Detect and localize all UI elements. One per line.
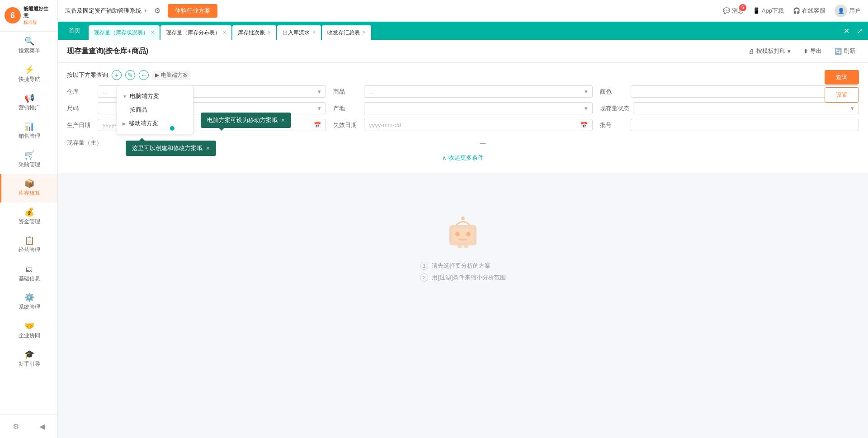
- sidebar-label-finance: 资金管理: [19, 218, 40, 226]
- refresh-btn[interactable]: 🔄 刷新: [831, 45, 859, 57]
- sidebar-item-search[interactable]: 🔍 搜索菜单: [0, 32, 57, 60]
- app-download-btn[interactable]: 📱 App下载: [753, 7, 784, 15]
- tip-2-text: 用[过滤]条件来缩小分析范围: [432, 273, 505, 282]
- stock-status-select[interactable]: ▾: [633, 102, 859, 114]
- tab-inout-flow-close[interactable]: ×: [312, 30, 316, 35]
- settings-bottom-btn[interactable]: ⚙: [11, 420, 21, 433]
- sidebar-item-enterprise[interactable]: 🤝 企业协同: [0, 316, 57, 345]
- collapse-sidebar-btn[interactable]: ◀: [38, 420, 47, 433]
- tab-inventory-dist-label: 现存量（库存分布表）: [166, 29, 220, 37]
- user-btn[interactable]: 👤 用户: [835, 5, 861, 17]
- sidebar-label-inventory: 库存核算: [19, 189, 40, 197]
- origin-label: 产地: [333, 104, 360, 113]
- edit-icon: ✎: [127, 72, 133, 78]
- collapse-up-icon: ∧: [442, 155, 447, 161]
- svg-rect-4: [458, 239, 467, 240]
- expand-btn[interactable]: ⤢: [855, 25, 864, 37]
- filter-field-color: 颜色 ▾: [600, 85, 859, 98]
- collapse-arrow-icon: ▶: [123, 121, 126, 126]
- sidebar-item-system[interactable]: ⚙️ 系统管理: [0, 288, 57, 316]
- scheme-arrow: ▶: [155, 72, 159, 78]
- sidebar-item-quicknav[interactable]: ⚡ 快捷导航: [0, 60, 57, 89]
- collapse-label: 收起更多条件: [448, 154, 484, 162]
- tab-batch-account[interactable]: 库存批次账 ×: [232, 25, 276, 40]
- sidebar-item-purchase[interactable]: 🛒 采购管理: [0, 146, 57, 174]
- exp-date-input[interactable]: yyyy-mm-dd 📅: [364, 119, 592, 131]
- tab-batch-account-close[interactable]: ×: [268, 30, 271, 35]
- tip-num-1: 1: [420, 262, 428, 270]
- filter-edit-btn[interactable]: ✎: [125, 70, 135, 80]
- content-area: 现存量查询(按仓库+商品) 🖨 按模板打印 ▾ ⬆ 导出 🔄 刷新: [58, 40, 868, 438]
- tooltip1-text: 电脑方案可设为移动方案哦: [207, 116, 278, 124]
- refresh-icon: 🔄: [835, 48, 842, 55]
- online-support-btn[interactable]: 🎧 在线客服: [793, 7, 826, 15]
- tooltip1-close-btn[interactable]: ×: [281, 117, 285, 124]
- message-btn[interactable]: 💬 消息 6: [723, 7, 744, 15]
- tab-home[interactable]: 首页: [61, 23, 88, 38]
- goods-placeholder: ...: [369, 88, 374, 95]
- app-name-text: 装备及固定资产辅助管理系统: [65, 7, 142, 15]
- size-chevron-icon: ▾: [318, 105, 321, 112]
- sidebar-item-finance[interactable]: 💰 资金管理: [0, 203, 57, 231]
- tab-inout-flow[interactable]: 出入库流水 ×: [277, 25, 321, 40]
- filter-add-btn[interactable]: +: [112, 70, 122, 80]
- tooltip2-close-btn[interactable]: ×: [206, 145, 210, 152]
- color-label: 颜色: [600, 88, 627, 96]
- tooltip-create-scheme: 这里可以创建和修改方案哦 ×: [126, 141, 216, 156]
- sidebar-item-basic[interactable]: 🗂 基础信息: [0, 259, 57, 288]
- sidebar-item-inventory[interactable]: 📦 库存核算: [0, 174, 57, 203]
- filter-field-origin: 产地 ▾: [333, 102, 592, 114]
- sidebar-item-marketing[interactable]: 📢 营销推广: [0, 89, 57, 117]
- sidebar-item-operations[interactable]: 📋 经营管理: [0, 231, 57, 259]
- sidebar-item-sales[interactable]: 📊 销售管理: [0, 117, 57, 146]
- tab-inventory-status-close[interactable]: ×: [151, 30, 154, 35]
- scheme-tree-item-sub[interactable]: 按商品: [117, 103, 193, 117]
- close-all-tabs-btn[interactable]: ✕: [842, 25, 851, 37]
- origin-select[interactable]: ▾: [364, 102, 592, 114]
- tab-summary-close[interactable]: ×: [363, 30, 366, 35]
- prod-date-calendar-icon: 📅: [314, 122, 321, 128]
- message-icon: 💬: [723, 7, 730, 14]
- sidebar-label-guide: 新手引导: [19, 360, 40, 368]
- export-btn[interactable]: ⬆ 导出: [800, 45, 826, 57]
- main-area: 装备及固定资产辅助管理系统 ▾ ⚙ 体验行业方案 💬 消息 6 📱 App下载 …: [58, 0, 868, 438]
- add-icon: +: [115, 72, 118, 78]
- filter-section: 按以下方案查询 + ✎ ← ▶ 电脑端方案: [58, 63, 868, 173]
- filter-header: 按以下方案查询 + ✎ ← ▶ 电脑端方案: [67, 70, 859, 80]
- app-name: 装备及固定资产辅助管理系统 ▾: [65, 7, 147, 15]
- empty-tip-1: 1 请先选择要分析的方案: [420, 262, 505, 270]
- finance-icon: 💰: [24, 208, 34, 216]
- sidebar-label-enterprise: 企业协同: [19, 332, 40, 339]
- trial-btn[interactable]: 体验行业方案: [168, 4, 217, 18]
- filter-field-warehouse: 仓库 ... ▾: [67, 85, 326, 98]
- marketing-icon: 📢: [24, 94, 34, 102]
- scheme-tree-item-pc[interactable]: ▼ 电脑端方案: [117, 89, 193, 103]
- print-icon: 🖨: [749, 48, 755, 55]
- tab-inventory-status[interactable]: 现存量（库存状况表） ×: [89, 25, 160, 40]
- tab-inventory-dist-close[interactable]: ×: [223, 30, 226, 35]
- sidebar-item-guide[interactable]: 🎓 新手引导: [0, 345, 57, 373]
- sidebar: 6 畅通通好生意 标准版 🔍 搜索菜单 ⚡ 快捷导航 📢 营销推广 📊 销售管理…: [0, 0, 58, 438]
- topbar-settings-btn[interactable]: ⚙: [152, 5, 162, 17]
- sidebar-label-basic: 基础信息: [19, 275, 40, 283]
- filter-label: 按以下方案查询: [67, 71, 108, 79]
- empty-tip-2: 2 用[过滤]条件来缩小分析范围: [420, 273, 505, 282]
- logo-text: 畅通通好生意 标准版: [24, 5, 53, 26]
- print-btn[interactable]: 🖨 按模板打印 ▾: [745, 45, 794, 57]
- goods-select[interactable]: ... ▾: [364, 85, 592, 98]
- inventory-icon: 📦: [24, 179, 34, 188]
- sidebar-label-quicknav: 快捷导航: [19, 75, 40, 83]
- scheme-pc-label: 电脑端方案: [130, 92, 159, 100]
- batch-input[interactable]: [631, 119, 859, 131]
- purchase-icon: 🛒: [24, 151, 34, 159]
- search-btn[interactable]: 查询: [825, 70, 859, 85]
- scheme-tree-item-mobile[interactable]: ▶ 移动端方案: [117, 117, 193, 130]
- tab-inventory-dist[interactable]: 现存量（库存分布表） ×: [160, 25, 231, 40]
- print-label: 按模板打印: [756, 47, 786, 55]
- stock-qty-max-input[interactable]: [489, 137, 859, 148]
- reset-btn[interactable]: 设置: [825, 87, 859, 103]
- tab-summary[interactable]: 收发存汇总表 ×: [322, 25, 371, 40]
- online-support-label: 在线客服: [802, 7, 826, 15]
- filter-back-btn[interactable]: ←: [139, 70, 149, 80]
- filter-field-goods: 商品 ... ▾: [333, 85, 592, 98]
